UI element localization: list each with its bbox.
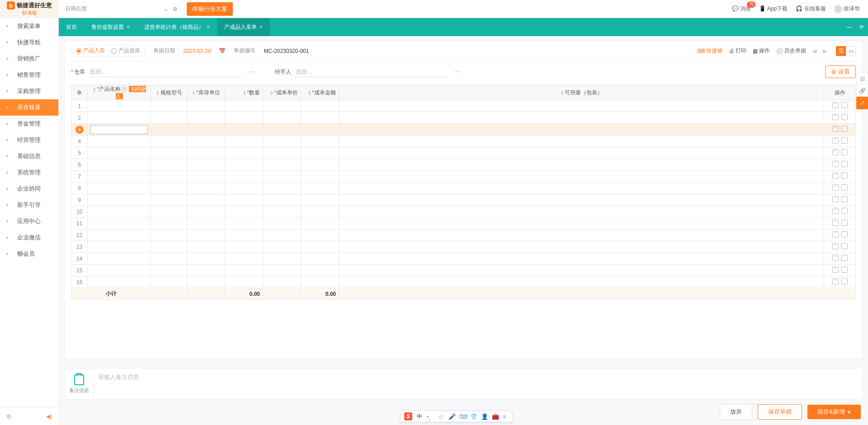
delete-row-icon[interactable]	[832, 102, 839, 108]
remark-input[interactable]	[94, 369, 862, 399]
col-spec[interactable]: ▲▼规格型号	[151, 85, 187, 100]
save-new-button[interactable]: 保存&新增 ▾	[807, 405, 861, 419]
table-row[interactable]: 16	[71, 276, 856, 288]
tab-minimize-button[interactable]: —	[843, 18, 855, 36]
copy-row-icon[interactable]	[841, 196, 848, 202]
ime-lang[interactable]: 中	[417, 413, 422, 420]
delete-row-icon[interactable]	[832, 137, 839, 144]
float-tool-1[interactable]: ▤	[856, 72, 868, 85]
table-row[interactable]: 10	[71, 206, 856, 218]
trial-button[interactable]: 体验行业方案	[187, 2, 233, 16]
ime-smile-icon[interactable]: ☺	[438, 413, 444, 420]
copy-row-icon[interactable]	[841, 161, 848, 167]
sidebar-item-3[interactable]: ▫销售管理	[0, 67, 58, 83]
copy-row-icon[interactable]	[841, 102, 848, 108]
col-unit[interactable]: ▲▼*库存单位	[187, 85, 225, 100]
warehouse-more-icon[interactable]: ⋯	[246, 69, 257, 75]
tab-3[interactable]: 产成品入库单×	[217, 18, 270, 36]
table-row[interactable]: 15	[71, 265, 856, 276]
collapse-icon[interactable]: ◀)	[46, 413, 52, 420]
calendar-icon[interactable]: 📅	[219, 48, 226, 54]
table-row[interactable]: 4	[71, 135, 856, 147]
chevron-down-icon[interactable]: ⌄	[164, 6, 168, 12]
user-menu[interactable]: 徐泽华	[834, 5, 860, 13]
ime-mic-icon[interactable]: 🎤	[448, 413, 455, 420]
ime-bar[interactable]: S 中 •¸ ☺ 🎤 ⌨ 👕 👤 🧰 ≡	[400, 411, 513, 422]
copy-row-icon[interactable]	[841, 231, 848, 238]
table-row[interactable]: 6	[71, 159, 856, 171]
help-icon[interactable]: ?	[122, 87, 127, 92]
delete-row-icon[interactable]	[832, 266, 839, 273]
gear-icon[interactable]: ⚙	[173, 6, 178, 12]
print-button[interactable]: 🖨打印	[729, 47, 746, 55]
copy-row-icon[interactable]	[841, 173, 848, 179]
ime-skin-icon[interactable]: 👕	[470, 413, 476, 420]
copy-row-icon[interactable]	[841, 137, 848, 144]
table-row[interactable]: 8	[71, 182, 856, 194]
view-list-button[interactable]: ☰	[836, 46, 846, 56]
delete-row-icon[interactable]	[832, 173, 839, 179]
table-row[interactable]: +	[71, 124, 856, 135]
close-icon[interactable]: ×	[207, 24, 210, 30]
ime-icon[interactable]: •¸	[427, 413, 433, 420]
prev-record-button[interactable]: ◀	[812, 48, 816, 54]
sidebar-item-7[interactable]: ▫经营管理	[0, 132, 58, 148]
sidebar-item-9[interactable]: ▫系统管理	[0, 164, 58, 181]
gear-icon[interactable]: ⚙	[6, 413, 11, 420]
delete-row-icon[interactable]	[832, 278, 839, 285]
delete-row-icon[interactable]	[832, 255, 839, 261]
delete-row-icon[interactable]	[832, 184, 839, 191]
col-available[interactable]: ▲▼可用量（包装）	[339, 85, 824, 100]
copy-row-icon[interactable]	[841, 255, 848, 261]
product-name-input[interactable]	[90, 125, 148, 134]
delete-row-icon[interactable]	[832, 220, 839, 226]
delete-row-icon[interactable]	[832, 126, 839, 132]
sidebar-item-12[interactable]: ▫应用中心	[0, 213, 58, 229]
col-amount[interactable]: ▲▼*成本金额	[301, 85, 339, 100]
table-row[interactable]: 7	[71, 171, 856, 182]
col-product[interactable]: ▲▼*产品名称?扫码录入	[88, 85, 151, 100]
copy-row-icon[interactable]	[841, 243, 848, 249]
delete-row-icon[interactable]	[832, 196, 839, 202]
sidebar-item-14[interactable]: ▫畅会员	[0, 246, 58, 262]
sidebar-item-11[interactable]: ▫新手引导	[0, 197, 58, 213]
radio-product-in[interactable]: 产品入库	[76, 47, 105, 55]
delete-row-icon[interactable]	[832, 208, 839, 214]
table-row[interactable]: 5	[71, 147, 856, 159]
sidebar-item-10[interactable]: ▫企业协同	[0, 181, 58, 197]
messages-link[interactable]: 💬 消息 70	[732, 5, 751, 13]
float-tool-link-icon[interactable]: 🔗	[856, 84, 868, 97]
copy-row-icon[interactable]	[841, 114, 848, 120]
add-row-button[interactable]: +	[75, 126, 84, 134]
table-row[interactable]: 12	[71, 229, 856, 241]
next-record-button[interactable]: ▶	[823, 48, 827, 54]
table-row[interactable]: 9	[71, 194, 856, 206]
save-draft-button[interactable]: 保存草稿	[758, 404, 802, 420]
col-qty[interactable]: ▲▼*数量	[225, 85, 263, 100]
discard-button[interactable]: 放弃	[720, 404, 752, 420]
sidebar-item-4[interactable]: ▫采购管理	[0, 83, 58, 99]
table-row[interactable]: 11	[71, 218, 856, 229]
sidebar-item-13[interactable]: ▫企业微信	[0, 229, 58, 246]
history-button[interactable]: 🕘历史单据	[776, 47, 806, 55]
tab-refresh-button[interactable]: ⟳	[855, 18, 868, 36]
ime-user-icon[interactable]: 👤	[481, 413, 487, 420]
copy-row-icon[interactable]	[841, 184, 848, 191]
copy-row-icon[interactable]	[841, 208, 848, 214]
date-value[interactable]: 2023-03-20	[183, 48, 211, 54]
ime-keyboard-icon[interactable]: ⌨	[459, 413, 466, 420]
sidebar-item-2[interactable]: ▫营销推广	[0, 51, 58, 67]
warehouse-input[interactable]	[89, 66, 242, 77]
copy-row-icon[interactable]	[841, 278, 848, 285]
delete-row-icon[interactable]	[832, 161, 839, 167]
float-tool-expand-icon[interactable]: ⤢	[856, 97, 868, 109]
table-row[interactable]: 13	[71, 241, 856, 253]
tab-1[interactable]: 售价提取设置×	[84, 18, 137, 36]
sidebar-item-5[interactable]: ▫库存核算	[0, 99, 58, 116]
close-icon[interactable]: ×	[127, 24, 130, 30]
sidebar-item-1[interactable]: ▫快捷导航	[0, 34, 58, 51]
support-link[interactable]: 🎧 在线客服	[796, 5, 826, 13]
copy-row-icon[interactable]	[841, 220, 848, 226]
sidebar-item-8[interactable]: ▫基础信息	[0, 148, 58, 164]
table-row[interactable]: 14	[71, 253, 856, 265]
